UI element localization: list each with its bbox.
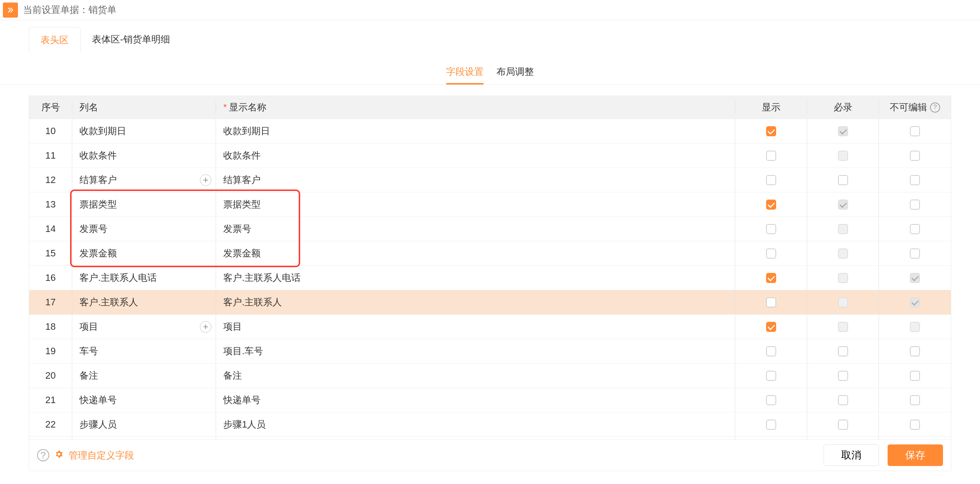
expand-panel-button[interactable] (3, 3, 18, 18)
cell-readonly (879, 315, 951, 339)
cell-required (807, 388, 879, 412)
primary-tab-1[interactable]: 表体区-销货单明细 (81, 27, 181, 53)
cell-name: 发票号 (72, 217, 216, 241)
show-checkbox[interactable] (766, 151, 776, 161)
help-icon[interactable]: ? (930, 102, 940, 113)
add-icon[interactable]: + (200, 321, 212, 333)
field-name-label: 车号 (80, 345, 98, 357)
footer-bar: ? 管理自定义字段 取消 保存 (29, 439, 951, 471)
cell-display[interactable]: 步骤1人员 (216, 412, 735, 436)
show-checkbox[interactable] (766, 175, 776, 185)
cell-display[interactable]: 快递单号 (216, 388, 735, 412)
show-checkbox[interactable] (766, 224, 776, 234)
secondary-tab-0[interactable]: 字段设置 (446, 65, 484, 84)
required-checkbox[interactable] (838, 371, 848, 381)
readonly-checkbox[interactable] (910, 248, 920, 258)
cell-show (735, 217, 807, 241)
manage-custom-fields-link[interactable]: ? 管理自定义字段 (37, 449, 134, 462)
save-button[interactable]: 保存 (888, 444, 943, 466)
cell-show (735, 290, 807, 314)
cell-required (807, 412, 879, 436)
cell-show (735, 168, 807, 192)
cell-readonly (879, 193, 951, 217)
cell-display[interactable]: 发票金额 (216, 241, 735, 265)
cell-seq: 22 (29, 412, 72, 436)
cell-display[interactable]: 客户.主联系人 (216, 290, 735, 314)
show-checkbox[interactable] (766, 273, 776, 283)
th-required: 必录 (807, 101, 879, 114)
readonly-checkbox (910, 273, 920, 283)
table-row: 12结算客户+结算客户 (29, 168, 951, 193)
secondary-tabs: 字段设置布局调整 (446, 65, 534, 84)
required-checkbox[interactable] (838, 395, 848, 405)
cell-name: 项目+ (72, 315, 216, 339)
cell-display[interactable]: 收款到期日 (216, 119, 735, 143)
show-checkbox[interactable] (766, 298, 776, 307)
secondary-tab-1[interactable]: 布局调整 (496, 65, 534, 84)
table-row: 13票据类型票据类型 (29, 193, 951, 217)
table-row: 22步骤人员步骤1人员 (29, 412, 951, 437)
required-star-icon: * (223, 102, 227, 113)
th-readonly: 不可编辑? (879, 101, 951, 114)
cell-readonly (879, 412, 951, 436)
th-display: *显示名称 (216, 101, 735, 114)
cell-display[interactable]: 项目.车号 (216, 339, 735, 363)
th-seq: 序号 (29, 101, 72, 114)
cell-display[interactable]: 票据类型 (216, 193, 735, 217)
readonly-checkbox[interactable] (910, 175, 920, 185)
th-readonly-label: 不可编辑 (890, 101, 927, 114)
add-icon[interactable]: + (200, 174, 212, 186)
cell-show (735, 193, 807, 217)
show-checkbox[interactable] (766, 126, 776, 136)
readonly-checkbox[interactable] (910, 371, 920, 381)
cell-required (807, 193, 879, 217)
required-checkbox (838, 224, 848, 234)
cell-display[interactable]: 备注 (216, 363, 735, 388)
cell-seq: 14 (29, 217, 72, 241)
field-name-label: 备注 (80, 369, 98, 382)
table-header: 序号 列名 *显示名称 显示 必录 不可编辑? (29, 96, 951, 119)
required-checkbox[interactable] (838, 420, 848, 430)
readonly-checkbox[interactable] (910, 126, 920, 136)
cell-readonly (879, 241, 951, 265)
show-checkbox[interactable] (766, 395, 776, 405)
cancel-button[interactable]: 取消 (824, 444, 879, 466)
show-checkbox[interactable] (766, 199, 776, 210)
cell-seq: 12 (29, 168, 72, 192)
cell-seq: 18 (29, 315, 72, 339)
gear-icon (54, 449, 64, 461)
show-checkbox[interactable] (766, 346, 776, 357)
cell-display[interactable]: 客户.主联系人电话 (216, 266, 735, 290)
required-checkbox[interactable] (838, 175, 848, 185)
readonly-checkbox (910, 322, 920, 332)
table-body: 10收款到期日收款到期日11收款条件收款条件12结算客户+结算客户13票据类型票… (29, 119, 951, 461)
readonly-checkbox (910, 298, 920, 307)
cell-display[interactable]: 发票号 (216, 217, 735, 241)
readonly-checkbox[interactable] (910, 395, 920, 405)
readonly-checkbox[interactable] (910, 151, 920, 161)
cell-display[interactable]: 项目 (216, 315, 735, 339)
show-checkbox[interactable] (766, 322, 776, 332)
show-checkbox[interactable] (766, 371, 776, 381)
cell-name: 客户.主联系人电话 (72, 266, 216, 290)
show-checkbox[interactable] (766, 420, 776, 430)
readonly-checkbox[interactable] (910, 420, 920, 430)
cell-readonly (879, 363, 951, 388)
field-name-label: 收款条件 (80, 149, 117, 162)
required-checkbox (838, 151, 848, 161)
readonly-checkbox[interactable] (910, 199, 920, 210)
readonly-checkbox[interactable] (910, 346, 920, 357)
manage-custom-fields-label: 管理自定义字段 (68, 449, 134, 462)
required-checkbox (838, 126, 848, 136)
double-chevron-right-icon (6, 6, 14, 14)
required-checkbox[interactable] (838, 346, 848, 357)
readonly-checkbox[interactable] (910, 224, 920, 234)
cell-readonly (879, 339, 951, 363)
cell-display[interactable]: 结算客户 (216, 168, 735, 192)
show-checkbox[interactable] (766, 248, 776, 258)
cell-required (807, 266, 879, 290)
primary-tab-0[interactable]: 表头区 (29, 27, 81, 53)
cell-display[interactable]: 收款条件 (216, 143, 735, 167)
cell-name: 票据类型 (72, 193, 216, 217)
cell-seq: 21 (29, 388, 72, 412)
